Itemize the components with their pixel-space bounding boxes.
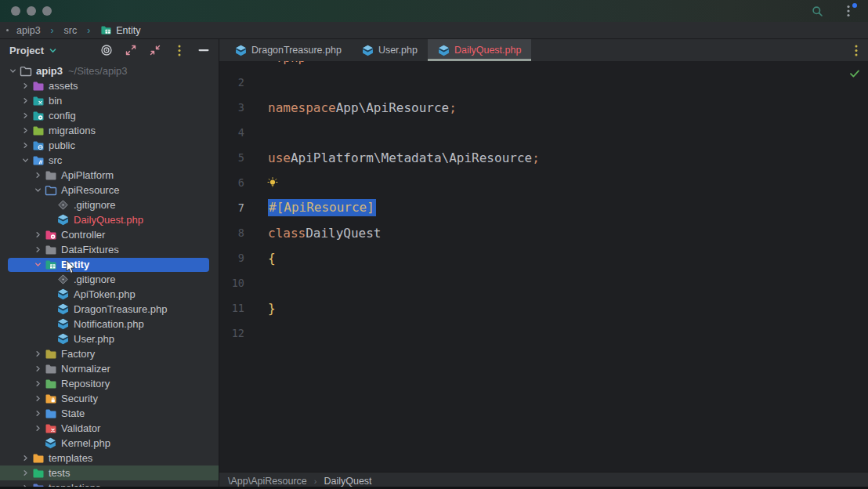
chevron-right-icon[interactable] [19, 454, 31, 462]
code-line-11[interactable]: 11} [219, 295, 868, 321]
select-opened-file-icon[interactable] [99, 43, 114, 57]
code-editor[interactable]: 1<?php23namespace App\ApiResource;45use … [219, 61, 868, 472]
tree-item-normalizer[interactable]: Normalizer [0, 361, 219, 376]
code-text: namespace App\ApiResource; [268, 100, 457, 115]
code-line-6[interactable]: 6 [219, 170, 868, 195]
chevron-down-icon[interactable] [49, 46, 57, 55]
code-line-12[interactable]: 12 [219, 321, 868, 346]
chevron-right-icon[interactable] [31, 409, 44, 418]
tree-item-gitignore[interactable]: .gitignore [0, 272, 219, 287]
line-number[interactable]: 2 [219, 76, 244, 89]
code-line-8[interactable]: 8class DailyQuest [219, 220, 868, 245]
line-number[interactable]: 5 [219, 151, 244, 164]
tree-item-validator[interactable]: Validator [0, 421, 219, 436]
chevron-down-icon[interactable] [6, 67, 19, 75]
tree-item-repository[interactable]: Repository [0, 376, 219, 391]
code-line-7[interactable]: 7#[ApiResource] [219, 195, 868, 220]
line-number[interactable]: 6 [219, 176, 244, 189]
more-options-icon[interactable] [172, 43, 186, 57]
editor-breadcrumb-item-dailyquest[interactable]: DailyQuest [324, 476, 371, 487]
tree-item-apip3[interactable]: apip3~/Sites/apip3 [0, 63, 219, 78]
code-line-10[interactable]: 10 [219, 270, 868, 295]
line-number[interactable]: 3 [219, 101, 244, 114]
tab-dailyquest-php[interactable]: DailyQuest.php [428, 39, 531, 61]
breadcrumb-item-apip3[interactable]: apip3 [16, 25, 41, 36]
chevron-right-icon[interactable] [19, 82, 31, 90]
code-line-9[interactable]: 9{ [219, 245, 868, 270]
chevron-right-icon[interactable] [19, 111, 31, 120]
code-line-5[interactable]: 5use ApiPlatform\Metadata\ApiResource; [219, 145, 868, 170]
line-number[interactable]: 8 [219, 226, 244, 239]
tree-item-dragontreasure-php[interactable]: DragonTreasure.php [0, 302, 219, 317]
breadcrumb-item-entity[interactable]: Entity [100, 24, 140, 36]
tree-item-factory[interactable]: Factory [0, 346, 219, 361]
line-number[interactable]: 11 [219, 302, 244, 314]
chevron-down-icon[interactable] [31, 186, 44, 194]
line-number[interactable]: 7 [219, 201, 244, 214]
line-number[interactable]: 12 [219, 327, 244, 339]
tree-item-kernel-php[interactable]: Kernel.php [0, 436, 219, 451]
intention-bulb-icon[interactable] [267, 177, 278, 189]
minimize-window-button[interactable] [27, 6, 36, 16]
zoom-window-button[interactable] [42, 6, 52, 16]
tree-item-entity[interactable]: Entity [0, 257, 219, 272]
chevron-right-icon[interactable] [19, 96, 31, 105]
code-line-1[interactable]: 1<?php [219, 61, 868, 70]
tree-item-gitignore[interactable]: .gitignore [0, 197, 219, 212]
php-class-icon [56, 303, 70, 315]
tree-item-templates[interactable]: templates [0, 451, 219, 465]
folder-icon [44, 348, 57, 360]
line-number[interactable]: 4 [219, 126, 244, 139]
tree-item-config[interactable]: config [0, 108, 219, 123]
line-number[interactable]: 9 [219, 252, 244, 264]
chevron-right-icon[interactable] [19, 469, 31, 477]
search-everywhere-icon[interactable] [810, 4, 824, 18]
editor-tabs-options-icon[interactable] [855, 39, 868, 61]
code-line-4[interactable]: 4 [219, 120, 868, 145]
tree-item-apiplatform[interactable]: ApiPlatform [0, 168, 219, 183]
project-panel-title[interactable]: Project [9, 45, 44, 56]
tree-item-public[interactable]: public [0, 138, 219, 153]
chevron-right-icon[interactable] [31, 230, 44, 239]
expand-all-icon[interactable] [124, 43, 138, 57]
tree-item-datafixtures[interactable]: DataFixtures [0, 242, 219, 257]
tree-item-state[interactable]: State [0, 406, 219, 421]
chevron-right-icon[interactable] [31, 379, 44, 388]
tree-item-user-php[interactable]: User.php [0, 331, 219, 346]
main-menu-kebab-icon[interactable] [841, 4, 855, 18]
chevron-right-icon[interactable] [31, 350, 44, 358]
tree-item-controller[interactable]: Controller [0, 227, 219, 242]
collapse-all-icon[interactable] [148, 43, 162, 57]
code-line-2[interactable]: 2 [219, 70, 868, 95]
tree-item-dailyquest-php[interactable]: DailyQuest.php [0, 212, 219, 227]
hide-panel-icon[interactable] [197, 43, 211, 57]
tree-item-notification-php[interactable]: Notification.php [0, 317, 219, 331]
chevron-down-icon[interactable] [19, 156, 31, 165]
inspections-ok-icon[interactable] [849, 67, 860, 82]
chevron-right-icon[interactable] [31, 364, 44, 373]
code-line-3[interactable]: 3namespace App\ApiResource; [219, 95, 868, 120]
chevron-right-icon[interactable] [31, 394, 44, 403]
tree-item-apiresource[interactable]: ApiResource [0, 183, 219, 197]
tree-item-assets[interactable]: assets [0, 78, 219, 93]
breadcrumb-item-src[interactable]: src [64, 25, 78, 36]
chevron-right-icon[interactable] [31, 171, 44, 179]
editor-breadcrumb-item-app-apiresource[interactable]: \App\ApiResource [228, 476, 307, 487]
tab-dragontreasure-php[interactable]: DragonTreasure.php [225, 39, 352, 61]
chevron-right-icon[interactable] [19, 126, 31, 135]
tree-item-bin[interactable]: bin [0, 93, 219, 108]
tree-item-tests[interactable]: tests [0, 465, 219, 480]
tab-user-php[interactable]: User.php [352, 39, 428, 61]
chevron-right-icon[interactable] [31, 424, 44, 433]
line-number[interactable]: 1 [219, 61, 244, 63]
chevron-right-icon[interactable] [31, 245, 44, 254]
chevron-down-icon[interactable] [31, 260, 44, 269]
close-window-button[interactable] [11, 6, 20, 16]
chevron-right-icon[interactable] [19, 141, 31, 150]
project-sidebar: Project apip3~/Sites/apip3assetsbinconfi… [0, 39, 219, 489]
line-number[interactable]: 10 [219, 277, 244, 289]
tree-item-apitoken-php[interactable]: ApiToken.php [0, 287, 219, 302]
tree-item-security[interactable]: Security [0, 391, 219, 406]
tree-item-src[interactable]: src [0, 153, 219, 168]
tree-item-migrations[interactable]: migrations [0, 123, 219, 138]
